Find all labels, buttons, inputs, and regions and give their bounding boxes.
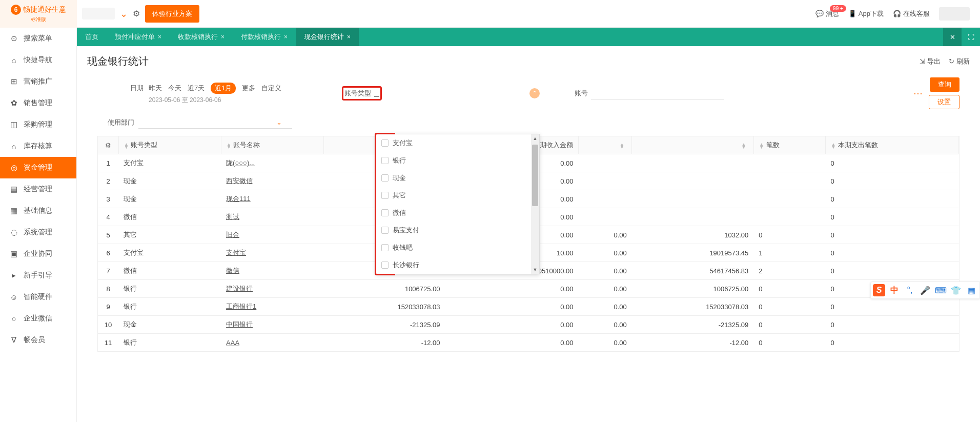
dropdown-item-现金[interactable]: 现金 [376, 169, 539, 187]
dropdown-scrollbar[interactable]: ▲ ▼ [531, 134, 539, 274]
close-tab-button[interactable]: ✕ [943, 28, 962, 46]
sort-icon[interactable]: ▲▼ [741, 143, 746, 148]
sidebar-item-采购管理[interactable]: ◫采购管理 [0, 114, 76, 135]
sidebar-icon: ◌ [9, 228, 18, 237]
cell-name[interactable]: AAA [221, 334, 323, 352]
ime-widget[interactable]: S 中 °, 🎤 ⌨ 👕 ▦ [870, 282, 980, 299]
user-avatar[interactable] [939, 7, 970, 21]
sidebar-item-库存核算[interactable]: ⌂库存核算 [0, 135, 76, 157]
sidebar-item-基础信息[interactable]: ▦基础信息 [0, 200, 76, 222]
gear-icon[interactable]: ⚙ [133, 9, 140, 18]
sidebar-item-智能硬件[interactable]: ☺智能硬件 [0, 286, 76, 308]
dropdown-item-易宝支付[interactable]: 易宝支付 [376, 222, 539, 239]
cell-name[interactable]: 西安微信 [221, 172, 323, 190]
export-button[interactable]: ⇲导出 [920, 57, 941, 66]
cell-count: 2 [753, 262, 825, 280]
sidebar-item-企业协同[interactable]: ▣企业协同 [0, 243, 76, 265]
column-header[interactable]: ▲▼ [579, 136, 632, 154]
sort-icon[interactable]: ▲▼ [124, 143, 129, 148]
more-dots-button[interactable]: ⋯ [913, 88, 924, 99]
dropdown-item-收钱吧[interactable]: 收钱吧 [376, 239, 539, 256]
sidebar-item-畅会员[interactable]: ∇畅会员 [0, 329, 76, 351]
cell-name[interactable]: 微信 [221, 262, 323, 280]
checkbox[interactable] [381, 139, 389, 147]
messages-link[interactable]: 💬 消息 99 + [815, 9, 839, 18]
date-opt-近1月[interactable]: 近1月 [211, 83, 236, 94]
settings-button[interactable]: 设置 [929, 95, 959, 109]
plan-button[interactable]: 体验行业方案 [145, 5, 199, 23]
gear-column-header[interactable]: ⚙ [98, 136, 118, 154]
sidebar-item-企业微信[interactable]: ○企业微信 [0, 308, 76, 329]
tab-首页[interactable]: 首页 [77, 28, 107, 46]
sidebar-item-资金管理[interactable]: ◎资金管理 [0, 157, 76, 178]
sidebar-item-新手引导[interactable]: ▸新手引导 [0, 265, 76, 286]
date-opt-今天[interactable]: 今天 [168, 84, 181, 93]
column-header[interactable]: ▲▼账号类型 [118, 136, 221, 154]
scroll-thumb[interactable] [532, 145, 538, 206]
column-header[interactable]: ▲▼本期支出笔数 [826, 136, 959, 154]
cell-name[interactable]: 现金111 [221, 190, 323, 208]
checkbox[interactable] [381, 244, 389, 251]
checkbox[interactable] [381, 209, 389, 216]
scroll-down-icon[interactable]: ▼ [531, 266, 539, 274]
chevron-down-icon[interactable]: ⌄ [120, 8, 128, 19]
sidebar-item-搜索菜单[interactable]: ⊙搜索菜单 [0, 28, 76, 49]
date-opt-昨天[interactable]: 昨天 [149, 84, 162, 93]
sort-icon[interactable]: ▲▼ [227, 143, 232, 148]
scroll-up-icon[interactable]: ▲ [531, 134, 539, 143]
expand-button[interactable]: ⛶ [962, 28, 980, 46]
checkbox[interactable] [381, 262, 389, 269]
sidebar-item-销售管理[interactable]: ✿销售管理 [0, 92, 76, 114]
dropdown-item-银行[interactable]: 银行 [376, 152, 539, 169]
cell-name[interactable]: 建设银行 [221, 280, 323, 298]
tab-close-icon[interactable]: × [284, 33, 288, 41]
sidebar-item-经营管理[interactable]: ▤经营管理 [0, 178, 76, 200]
cell-name[interactable]: 工商银行1 [221, 298, 323, 316]
cell-name[interactable]: 测试 [221, 208, 323, 226]
dept-field[interactable]: ⌄ [138, 116, 292, 129]
column-header[interactable]: ▲▼账号名称 [221, 136, 323, 154]
cell-type: 其它 [118, 226, 221, 244]
tab-付款核销执行[interactable]: 付款核销执行× [233, 28, 296, 46]
column-header[interactable]: ▲▼笔数 [753, 136, 825, 154]
sidebar-item-营销推广[interactable]: ⊞营销推广 [0, 71, 76, 92]
company-selector-placeholder[interactable] [82, 8, 115, 19]
tab-现金银行统计[interactable]: 现金银行统计× [296, 28, 359, 46]
tab-预付冲应付单[interactable]: 预付冲应付单× [107, 28, 170, 46]
dropdown-item-支付宝[interactable]: 支付宝 [376, 134, 539, 152]
checkbox[interactable] [381, 227, 389, 234]
app-download-link[interactable]: 📱 App下载 [848, 9, 884, 18]
cell-c5 [579, 190, 632, 208]
cell-name[interactable]: 中国银行 [221, 316, 323, 334]
tab-close-icon[interactable]: × [158, 33, 161, 41]
tab-close-icon[interactable]: × [221, 33, 224, 41]
online-service-link[interactable]: 🎧 在线客服 [893, 9, 930, 18]
export-icon: ⇲ [920, 57, 925, 65]
sort-icon[interactable]: ▲▼ [619, 143, 624, 148]
query-button[interactable]: 查询 [930, 77, 959, 92]
date-opt-更多[interactable]: 更多 [242, 84, 255, 93]
date-opt-自定义[interactable]: 自定义 [261, 84, 281, 93]
tab-close-icon[interactable]: × [347, 33, 351, 41]
cell-name[interactable]: 旧金 [221, 226, 323, 244]
date-opt-近7天[interactable]: 近7天 [188, 84, 205, 93]
tab-收款核销执行[interactable]: 收款核销执行× [170, 28, 233, 46]
collapse-filters-button[interactable]: ⌃ [529, 88, 540, 98]
dropdown-item-长沙银行[interactable]: 长沙银行 [376, 256, 539, 274]
sort-icon[interactable]: ▲▼ [759, 143, 764, 148]
dropdown-item-其它[interactable]: 其它 [376, 187, 539, 204]
sidebar-item-快捷导航[interactable]: ⌂快捷导航 [0, 49, 76, 71]
cell-name[interactable]: 支付宝 [221, 244, 323, 262]
checkbox[interactable] [381, 192, 389, 199]
checkbox[interactable] [381, 174, 389, 182]
sidebar-item-系统管理[interactable]: ◌系统管理 [0, 222, 76, 243]
checkbox[interactable] [381, 157, 389, 164]
refresh-button[interactable]: ↻刷新 [949, 57, 970, 66]
ime-toolbox-icon: ▦ [965, 284, 977, 296]
cell-name[interactable]: 陇(○○○)... [221, 154, 323, 172]
account-field[interactable] [591, 87, 724, 99]
column-header[interactable]: ▲▼ [632, 136, 753, 154]
sort-icon[interactable]: ▲▼ [831, 143, 836, 148]
sidebar-icon: ▦ [9, 206, 18, 215]
dropdown-item-微信[interactable]: 微信 [376, 204, 539, 222]
